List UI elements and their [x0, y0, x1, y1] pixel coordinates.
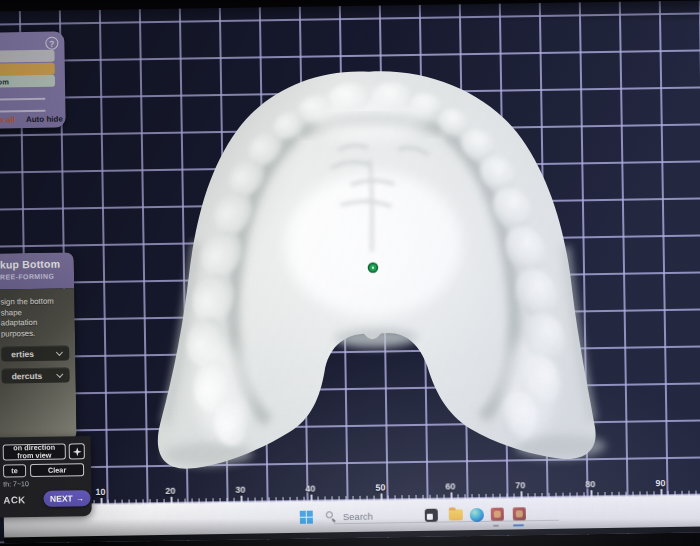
windows-logo-icon [300, 511, 313, 524]
edge-button[interactable] [470, 499, 484, 530]
separator [0, 110, 45, 112]
tool-panel-stage: REE-FORMING [0, 272, 68, 280]
explorer-button[interactable] [449, 499, 463, 530]
start-button[interactable] [300, 502, 313, 533]
photo-frame: 102030405060708090 Search [0, 0, 700, 546]
undercuts-label: dercuts [12, 370, 43, 380]
dental-model-3d [0, 0, 700, 543]
workflow-step[interactable] [0, 50, 55, 63]
dental-app-icon-2 [513, 507, 526, 520]
clear-button[interactable]: Clear [30, 463, 84, 477]
workflow-panel: ? ottom w all Auto hide [0, 31, 66, 128]
tool-panel: kup Bottom REE-FORMING sign the bottom s… [0, 252, 77, 441]
auto-hide-button[interactable]: Auto hide [26, 114, 63, 124]
properties-label: erties [11, 349, 34, 359]
next-label: NEXT [50, 493, 73, 503]
sparkle-button[interactable] [69, 443, 85, 459]
tool-panel-body: sign the bottom shape adaptation purpose… [0, 288, 77, 441]
chevron-down-icon [56, 371, 63, 378]
search-button[interactable]: Search [326, 501, 374, 533]
workflow-step[interactable] [0, 62, 55, 75]
running-indicator-active [513, 524, 524, 526]
sparkle-icon [72, 447, 81, 456]
tool-panel-title: kup Bottom [0, 257, 68, 270]
running-indicator [493, 525, 499, 527]
chevron-down-icon [56, 349, 63, 356]
taskview-icon [425, 509, 438, 522]
insertion-point-marker [368, 263, 377, 272]
back-button[interactable]: ACK [3, 494, 25, 505]
dental-app-icon-1 [491, 508, 504, 521]
tool-panel-header: kup Bottom REE-FORMING [0, 252, 74, 289]
edge-icon [470, 507, 484, 521]
properties-dropdown[interactable]: erties [1, 345, 69, 361]
tool-description-line1: sign the bottom shape [0, 296, 68, 318]
depth-range-text: th: 7~10 [3, 479, 91, 487]
help-icon[interactable]: ? [45, 37, 58, 50]
workflow-step[interactable]: ottom [0, 75, 55, 88]
arrow-right-icon: → [76, 493, 85, 503]
show-all-button[interactable]: w all [0, 115, 15, 124]
monitor-screen: 102030405060708090 Search [0, 0, 700, 543]
generate-button[interactable]: te [3, 464, 26, 477]
search-icon [326, 511, 337, 522]
workflow-steps: ottom [0, 50, 55, 89]
insertion-direction-button[interactable]: on direction from view [3, 443, 66, 460]
tool-description-line2: adaptation purposes. [1, 317, 69, 339]
next-button[interactable]: NEXT → [43, 490, 90, 507]
search-label: Search [343, 511, 373, 522]
undercuts-dropdown[interactable]: dercuts [1, 367, 69, 383]
separator [0, 98, 45, 100]
action-panel: on direction from view te Clear th: 7~10… [0, 436, 92, 518]
taskview-button[interactable] [425, 500, 438, 531]
folder-icon [449, 509, 463, 520]
